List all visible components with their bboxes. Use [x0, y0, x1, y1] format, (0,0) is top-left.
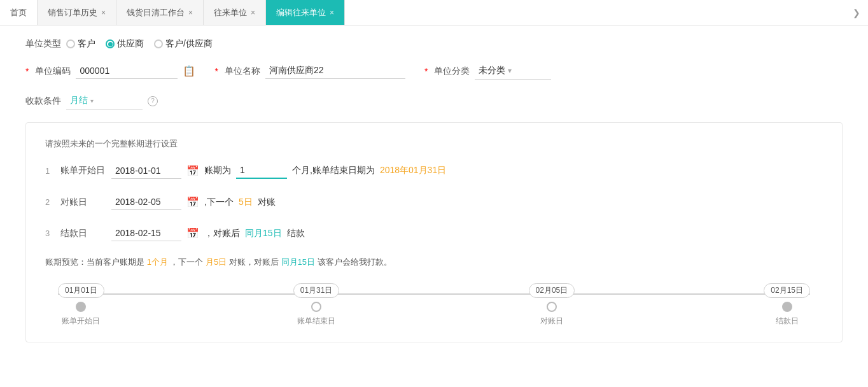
unit-type-group: 单位类型 客户 供应商 客户/供应商 [25, 38, 213, 50]
radio-customer-circle [66, 39, 75, 48]
timeline-dot-1 [311, 302, 321, 312]
row-num-1: 1 [45, 166, 60, 176]
radio-both-label: 客户/供应商 [165, 38, 213, 50]
tab-home[interactable]: 首页 [0, 0, 38, 25]
radio-supplier-circle [106, 39, 115, 48]
payment-suffix: 结款 [287, 228, 305, 239]
tab-edit-partner[interactable]: 编辑往来单位 × [266, 0, 345, 25]
payment-highlight: 同月15日 [245, 228, 282, 239]
row-label-1: 账单开始日 [60, 165, 111, 176]
preview-text-before: 账期预览：当前客户账期是 [45, 257, 144, 267]
tab-cash-work[interactable]: 钱货日清工作台 × [116, 0, 204, 25]
payment-prefix: ，对账后 [204, 228, 240, 239]
payment-terms-chevron: ▾ [90, 97, 94, 104]
unit-code-icon[interactable]: 📋 [183, 65, 195, 77]
unit-category-label: 单位分类 [434, 66, 470, 77]
timeline-dot-3 [782, 302, 792, 312]
preview-text-mid2: 对账，对账后 [229, 257, 279, 267]
preview-text-mid1: ，下一个 [170, 257, 203, 267]
timeline-label-0: 账单开始日 [62, 316, 100, 327]
unit-code-input[interactable] [76, 63, 178, 79]
tab-cash-work-label: 钱货日清工作台 [127, 7, 185, 18]
payment-date-cal-icon[interactable]: 📅 [186, 227, 199, 239]
timeline-node-0: 01月01日 账单开始日 [58, 283, 104, 327]
timeline-node-2: 02月05日 对账日 [529, 283, 575, 327]
tab-cash-work-close[interactable]: × [188, 8, 193, 17]
timeline-dot-0 [76, 302, 86, 312]
unit-code-star: * [25, 66, 29, 76]
preview-row: 账期预览：当前客户账期是 1个月 ，下一个 月5日 对账，对账后 同月15日 该… [45, 257, 823, 268]
timeline-label-3: 结款日 [776, 316, 799, 327]
tab-home-label: 首页 [10, 7, 27, 18]
preview-highlight2: 月5日 [206, 257, 227, 267]
tab-partner[interactable]: 往来单位 × [204, 0, 266, 25]
row-value-1: 📅 账期为 个月,账单结束日期为 2018年01月31日 [111, 162, 823, 179]
radio-supplier[interactable]: 供应商 [106, 38, 144, 50]
settings-panel: 请按照未来的一个完整帐期进行设置 1 账单开始日 📅 账期为 个月,账单结束日期… [25, 122, 843, 342]
period-suffix: 个月,账单结束日期为 [292, 165, 375, 176]
tab-more-arrow[interactable]: ❯ [845, 0, 868, 25]
unit-category-select[interactable]: 未分类 ▾ [475, 62, 551, 80]
unit-type-row: 单位类型 客户 供应商 客户/供应商 [25, 38, 843, 50]
timeline-dot-2 [547, 302, 557, 312]
radio-both[interactable]: 客户/供应商 [154, 38, 213, 50]
row-label-2: 对账日 [60, 197, 111, 208]
unit-code-group: * 单位编码 📋 [25, 63, 195, 79]
tab-sales-order-close[interactable]: × [101, 8, 106, 17]
reconcile-date-input[interactable] [111, 194, 181, 210]
timeline-label-2: 对账日 [540, 316, 563, 327]
timeline-badge-1: 01月31日 [293, 283, 340, 298]
row-num-2: 2 [45, 197, 60, 207]
arrow-right-icon: ❯ [853, 8, 860, 18]
period-prefix: 账期为 [204, 165, 231, 176]
unit-type-label: 单位类型 [25, 38, 61, 50]
reconcile-date-cal-icon[interactable]: 📅 [186, 196, 199, 208]
unit-category-chevron: ▾ [508, 66, 512, 75]
timeline-label-1: 账单结束日 [297, 316, 335, 327]
setting-row-1: 1 账单开始日 📅 账期为 个月,账单结束日期为 2018年01月31日 [45, 162, 823, 179]
unit-code-label: 单位编码 [35, 66, 71, 77]
timeline-nodes: 01月01日 账单开始日 01月31日 账单结束日 02月05日 对账日 [58, 283, 810, 327]
row-label-3: 结款日 [60, 228, 111, 239]
tab-edit-partner-close[interactable]: × [330, 8, 334, 17]
timeline-badge-2: 02月05日 [529, 283, 575, 298]
payment-terms-label: 收款条件 [25, 95, 61, 107]
unit-name-star: * [214, 66, 218, 76]
timeline-badge-3: 02月15日 [764, 283, 810, 298]
timeline-badge-0: 01月01日 [58, 283, 104, 298]
reconcile-highlight: 5日 [239, 197, 253, 208]
tab-partner-close[interactable]: × [251, 8, 255, 17]
radio-customer-label: 客户 [78, 38, 95, 50]
preview-text-after: 该客户会给我打款。 [318, 257, 392, 267]
unit-category-group: * 单位分类 未分类 ▾ [424, 62, 551, 80]
reconcile-suffix: 对账 [258, 197, 276, 208]
unit-name-input[interactable] [265, 63, 405, 79]
tab-edit-partner-label: 编辑往来单位 [276, 7, 326, 18]
start-date-input[interactable] [111, 163, 181, 179]
row-value-2: 📅 ,下一个 5日 对账 [111, 194, 823, 210]
unit-category-star: * [424, 66, 428, 76]
row-value-3: 📅 ，对账后 同月15日 结款 [111, 225, 823, 241]
setting-row-2: 2 对账日 📅 ,下一个 5日 对账 [45, 194, 823, 210]
reconcile-prefix: ,下一个 [204, 197, 234, 208]
radio-both-circle [154, 39, 163, 48]
tab-sales-order[interactable]: 销售订单历史 × [38, 0, 116, 25]
main-content: 单位类型 客户 供应商 客户/供应商 * 单位编码 [0, 25, 868, 387]
period-input[interactable] [236, 162, 287, 179]
code-name-category-row: * 单位编码 📋 * 单位名称 * 单位分类 未分类 ▾ [25, 62, 843, 80]
unit-name-group: * 单位名称 [214, 63, 405, 79]
payment-terms-select[interactable]: 月结 ▾ [66, 92, 143, 109]
radio-customer[interactable]: 客户 [66, 38, 95, 50]
timeline-node-3: 02月15日 结款日 [764, 283, 810, 327]
help-icon[interactable]: ? [148, 96, 158, 106]
start-date-cal-icon[interactable]: 📅 [186, 165, 199, 177]
payment-date-input[interactable] [111, 225, 181, 241]
preview-highlight1: 1个月 [147, 257, 168, 267]
setting-row-3: 3 结款日 📅 ，对账后 同月15日 结款 [45, 225, 823, 241]
unit-name-label: 单位名称 [225, 66, 260, 77]
tab-sales-order-label: 销售订单历史 [48, 7, 97, 18]
radio-group: 客户 供应商 客户/供应商 [66, 38, 213, 50]
radio-supplier-label: 供应商 [117, 38, 144, 50]
payment-terms-row: 收款条件 月结 ▾ ? [25, 92, 843, 109]
preview-highlight3: 同月15日 [281, 257, 315, 267]
